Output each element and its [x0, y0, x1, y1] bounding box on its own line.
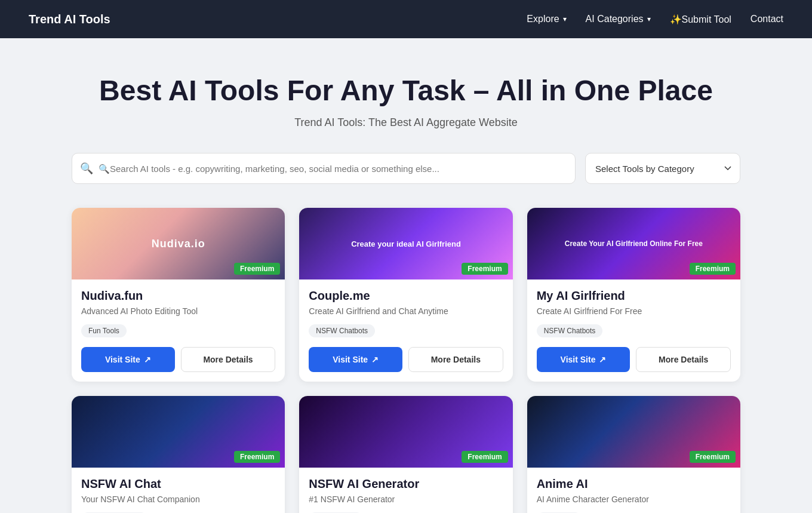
chevron-down-icon: ▾ — [563, 15, 567, 23]
hero-subtitle: Trend AI Tools: The Best AI Aggregate We… — [12, 116, 800, 129]
card-desc-mygf: Create AI Girlfriend For Free — [537, 306, 731, 316]
cards-grid: Nudiva.io Freemium Nudiva.fun Advanced A… — [60, 208, 752, 513]
badge-couple: Freemium — [462, 263, 508, 275]
card-title-mygf: My AI Girlfriend — [537, 289, 731, 303]
badge-mygf: Freemium — [690, 263, 736, 275]
card-couple: Create your ideal AI Girlfriend Freemium… — [299, 208, 512, 382]
external-link-icon: ↗ — [599, 355, 606, 364]
category-select[interactable]: Select Tools by Category Fun Tools NSFW … — [585, 153, 740, 184]
card-nsfw2: Freemium NSFW AI Generator #1 NSFW AI Ge… — [299, 396, 512, 513]
card-title-nsfw1: NSFW AI Chat — [81, 477, 275, 491]
card-title-couple: Couple.me — [309, 289, 503, 303]
details-nudiva[interactable]: More Details — [181, 347, 276, 372]
card-tag-nudiva: Fun Tools — [81, 324, 127, 337]
card-title-anime: Anime AI — [537, 477, 731, 491]
navbar: Trend AI Tools Explore ▾ AI Categories ▾… — [0, 0, 812, 38]
visit-mygf[interactable]: Visit Site ↗ — [537, 347, 630, 372]
nav-links: Explore ▾ AI Categories ▾ ✨Submit Tool C… — [527, 14, 783, 25]
visit-couple[interactable]: Visit Site ↗ — [309, 347, 402, 372]
card-title-nsfw2: NSFW AI Generator — [309, 477, 503, 491]
card-tag-mygf: NSFW Chatbots — [537, 324, 603, 337]
card-anime: Freemium Anime AI AI Anime Character Gen… — [527, 396, 740, 513]
details-mygf[interactable]: More Details — [636, 347, 731, 372]
card-desc-nsfw1: Your NSFW AI Chat Companion — [81, 494, 275, 504]
badge-nsfw2: Freemium — [462, 451, 508, 463]
details-couple[interactable]: More Details — [408, 347, 503, 372]
nav-submit-tool[interactable]: ✨Submit Tool — [670, 14, 731, 25]
hero-title: Best AI Tools For Any Task – All in One … — [12, 74, 800, 107]
badge-nsfw1: Freemium — [234, 451, 280, 463]
card-image-couple: Create your ideal AI Girlfriend Freemium — [299, 208, 512, 279]
external-link-icon: ↗ — [371, 355, 379, 364]
card-image-mygf: Create Your AI Girlfriend Online For Fre… — [527, 208, 740, 279]
card-image-nsfw1: Freemium — [72, 396, 285, 468]
card-desc-nudiva: Advanced AI Photo Editing Tool — [81, 306, 275, 316]
brand-logo[interactable]: Trend AI Tools — [29, 13, 110, 26]
search-icon: 🔍 — [80, 162, 93, 175]
card-image-nudiva: Nudiva.io Freemium — [72, 208, 285, 279]
card-tag-couple: NSFW Chatbots — [309, 324, 375, 337]
search-input-wrap: 🔍 — [72, 153, 576, 184]
card-nudiva: Nudiva.io Freemium Nudiva.fun Advanced A… — [72, 208, 285, 382]
card-desc-nsfw2: #1 NSFW AI Generator — [309, 494, 503, 504]
external-link-icon: ↗ — [144, 355, 151, 364]
nav-contact[interactable]: Contact — [751, 14, 783, 24]
card-mygf: Create Your AI Girlfriend Online For Fre… — [527, 208, 740, 382]
badge-anime: Freemium — [690, 451, 736, 463]
card-title-nudiva: Nudiva.fun — [81, 289, 275, 303]
hero-section: Best AI Tools For Any Task – All in One … — [0, 38, 812, 153]
card-nsfw1: Freemium NSFW AI Chat Your NSFW AI Chat … — [72, 396, 285, 513]
card-image-anime: Freemium — [527, 396, 740, 468]
card-desc-anime: AI Anime Character Generator — [537, 494, 731, 504]
search-area: 🔍 Select Tools by Category Fun Tools NSF… — [60, 153, 752, 184]
card-desc-couple: Create AI Girlfriend and Chat Anytime — [309, 306, 503, 316]
search-input[interactable] — [72, 153, 576, 184]
visit-nudiva[interactable]: Visit Site ↗ — [81, 347, 175, 372]
card-image-nsfw2: Freemium — [299, 396, 512, 468]
chevron-down-icon: ▾ — [647, 15, 651, 23]
badge-nudiva: Freemium — [234, 263, 280, 275]
nav-explore[interactable]: Explore ▾ — [527, 14, 566, 24]
nav-ai-categories[interactable]: AI Categories ▾ — [586, 14, 651, 24]
